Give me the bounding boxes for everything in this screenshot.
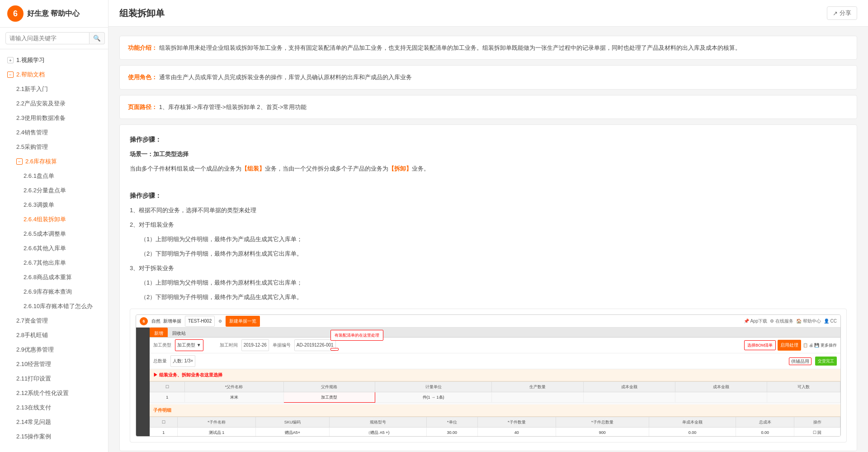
sidebar-item-docs[interactable]: − 2.帮助文档: [0, 67, 108, 82]
step1: 1、根据不同的业务，选择不同单据的类型来处理: [130, 205, 847, 216]
th2-spec: 规格型号: [329, 417, 426, 428]
search-button[interactable]: 🔍: [90, 32, 105, 44]
sidebar-item-print[interactable]: 2.11打印设置: [0, 371, 108, 386]
sidebar-item-label: 2.12系统个性化设置: [16, 389, 69, 397]
td2-r1-sku: 赠品A5+: [256, 428, 330, 437]
sidebar-item-purchase[interactable]: 2.5采购管理: [0, 140, 108, 154]
sidebar-item-operation[interactable]: 2.10经营管理: [0, 357, 108, 371]
sidebar-item-label: 1.视频学习: [16, 56, 45, 64]
sidebar-item-newbie[interactable]: 2.1新手入门: [0, 82, 108, 96]
sidebar-item-capital[interactable]: 2.7资金管理: [0, 314, 108, 328]
mini-tab-new[interactable]: 新增: [150, 328, 168, 337]
role-text: 通常由生产人员或库管人员完成拆装业务的操作，库管人员确认原材料的出库和产成品的入…: [159, 74, 412, 81]
sidebar-item-mobile[interactable]: 2.8手机旺铺: [0, 328, 108, 343]
mini-form-row: 加工类型 加工类型 ▼ 加工时间 2019-12-26 单据编号 AD-2019…: [150, 338, 840, 353]
app-logo: 6: [7, 5, 24, 22]
content-area: 功能介绍： 组装拆卸单用来处理企业组装或拆卸等加工业务，支持有固定装配清单的产品…: [108, 27, 868, 452]
mini-nav2: 新增单据: [163, 317, 181, 326]
mini-section-upper: ▶ 组装业务、拆卸业务在这里选择: [150, 369, 840, 381]
sidebar-item-label: 2.4销售管理: [16, 128, 48, 137]
sidebar-item-payment[interactable]: 2.13在线支付: [0, 400, 108, 415]
page-title: 组装拆卸单: [119, 7, 165, 19]
th-total: 成本金额: [675, 382, 767, 392]
scene1-desc: 当由多个子件材料组装成一个成品的业务为【组装】业务，当由一个父件拆分成多个子产品…: [130, 163, 847, 175]
th-spec: 父件规格: [283, 382, 375, 392]
th2-goods: *子件名称: [177, 417, 255, 428]
op-steps-title: 操作步骤：: [130, 189, 847, 202]
mini-process-btn[interactable]: 启用处理: [778, 340, 801, 351]
search-input[interactable]: [5, 32, 90, 44]
sidebar-item-cases[interactable]: 2.15操作案例: [0, 429, 108, 444]
mini-qty-input[interactable]: 人数: 1/3+: [170, 355, 195, 367]
sidebar-item-label: 2.14常见问题: [16, 418, 51, 426]
sidebar-item-label: 2.6.7其他出库单: [24, 259, 66, 267]
sidebar-item-label: 2.2产品安装及登录: [16, 100, 66, 108]
td-unit: [491, 392, 583, 403]
sidebar-item-adjust[interactable]: 2.6.3调拨单: [0, 198, 108, 212]
mini-settings-icon: ⚙: [218, 317, 222, 325]
sidebar-item-personalize[interactable]: 2.12系统个性化设置: [0, 386, 108, 400]
share-button[interactable]: ↗ 分享: [827, 6, 857, 20]
sidebar-item-sales[interactable]: 2.4销售管理: [0, 125, 108, 140]
td-avail: [767, 392, 840, 403]
sidebar-item-install[interactable]: 2.2产品安装及登录: [0, 96, 108, 111]
sidebar-item-wrong[interactable]: 2.6.10库存账本错了怎么办: [0, 299, 108, 314]
sidebar-item-other-out[interactable]: 2.6.7其他出库单: [0, 256, 108, 270]
steps-block: 操作步骤： 场景一：加工类型选择 当由多个子件材料组装成一个成品的业务为【组装】…: [119, 124, 857, 451]
intro-label: 功能介绍：: [128, 44, 157, 51]
td2-r1-check: 1: [150, 428, 178, 437]
th2-sku: SKU编码: [256, 417, 330, 428]
sidebar-item-label: 2.1新手入门: [16, 85, 48, 93]
td2-r1-spec: （赠品 A5 +): [329, 428, 426, 437]
mini-code-label: 单据编号: [273, 341, 291, 350]
annotation-bom: 有装配清单的在这里处理: [330, 330, 383, 341]
sidebar-item-goods-cost[interactable]: 2.6.8商品成本重算: [0, 270, 108, 285]
sidebar-item-label: 2.6.4组装拆卸单: [24, 215, 66, 224]
sidebar-item-count[interactable]: 2.6.1盘点单: [0, 169, 108, 183]
sidebar-item-label: 2.6.9库存账本查询: [24, 288, 72, 296]
th-cost: 成本金额: [583, 382, 675, 392]
path-text: 1、库存核算->库存管理->组装拆卸单 2、首页->常用功能: [159, 104, 307, 110]
mini-code-input[interactable]: AD-20191226-001: [294, 339, 336, 351]
sidebar-item-partial[interactable]: 2.6.2分量盘点单: [0, 183, 108, 198]
mini-icons-right: 📋 🖨 💾 更多操作: [803, 341, 837, 349]
sidebar-item-ledger[interactable]: 2.6.9库存账本查询: [0, 285, 108, 299]
sidebar-item-label: 2.6.5成本调整单: [24, 230, 66, 238]
sidebar-item-video[interactable]: + 1.视频学习: [0, 53, 108, 67]
sidebar-item-assembly[interactable]: 2.6.4组装拆卸单: [0, 212, 108, 227]
th2-subnum: *子件总数量: [556, 417, 649, 428]
sidebar-item-inventory[interactable]: − 2.6库存核算: [0, 154, 108, 169]
sidebar-item-other-in[interactable]: 2.6.6其他入库单: [0, 241, 108, 256]
mini-type-input[interactable]: 加工类型 ▼: [175, 339, 203, 351]
mini-main-section: 新增 回收站 加工类型 加工类型 ▼ 加工时间 2019-12-26 单据编号: [150, 328, 840, 436]
sidebar-item-cost[interactable]: 2.6.5成本调整单: [0, 227, 108, 241]
sidebar-item-label: 2.6库存核算: [25, 157, 57, 166]
sidebar-item-label: 2.15操作案例: [16, 433, 51, 441]
mini-search-input[interactable]: 供辅品用: [789, 357, 811, 365]
mini-tab-trash[interactable]: 回收站: [168, 328, 190, 337]
sidebar-item-prepare[interactable]: 2.3使用前数据准备: [0, 111, 108, 125]
sidebar-item-label: 2.10经营管理: [16, 360, 51, 368]
th2-num: *子件数量: [477, 417, 556, 428]
mini-create-btn[interactable]: 新建单据一览: [226, 316, 260, 327]
th2-unit: *单位: [427, 417, 478, 428]
mini-date-input[interactable]: 2019-12-26: [241, 339, 269, 351]
sidebar-item-label: 2.9优惠券管理: [16, 346, 54, 354]
td-qty: 件(1 → 1条): [375, 392, 491, 403]
th2-op: 操作: [794, 417, 840, 428]
td2-r1-num: 40: [477, 428, 556, 437]
td2-r1-goods: 测试品 1: [177, 428, 255, 437]
sidebar-item-label: 2.6.3调拨单: [24, 201, 54, 209]
sidebar-item-coupon[interactable]: 2.9优惠券管理: [0, 343, 108, 357]
sidebar-item-label: 2.6.2分量盘点单: [24, 186, 66, 195]
mini-section-annotation: ▶ 组装业务、拆卸业务在这里选择: [153, 372, 222, 377]
sidebar-item-label: 2.13在线支付: [16, 404, 51, 412]
step3: 3、对于拆装业务: [130, 262, 847, 274]
sidebar-item-label: 2.6.1盘点单: [24, 172, 54, 180]
mini-ui: 6 自然 新增单据 TEST-H002 ⚙ 新建单据一览 📌 App下载 ⚙ 在: [136, 314, 841, 437]
sidebar-header: 6 好生意 帮助中心: [0, 0, 108, 28]
sidebar-item-faq[interactable]: 2.14常见问题: [0, 415, 108, 429]
role-block: 使用角色： 通常由生产人员或库管人员完成拆装业务的操作，库管人员确认原材料的出库…: [119, 65, 857, 89]
mini-icon2: ⚙ 在线服务: [770, 317, 793, 326]
mini-confirm-btn[interactable]: 交货完工: [815, 357, 837, 366]
